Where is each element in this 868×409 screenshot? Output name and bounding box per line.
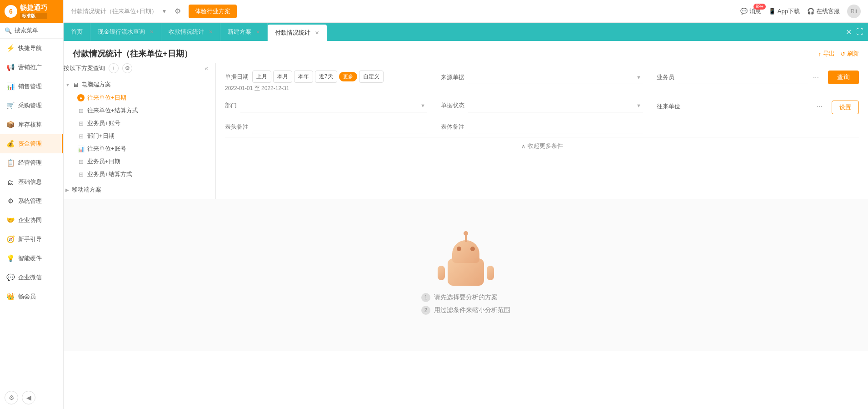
sidebar-item-hardware[interactable]: 💡智能硬件 [0, 249, 63, 268]
tab-receive[interactable]: 收款情况统计✕ [161, 23, 220, 41]
sidebar-item-sales[interactable]: 📊销售管理 [0, 77, 63, 96]
header-note-input[interactable] [252, 121, 427, 133]
logo-icon: 6 [5, 5, 17, 18]
body-note-input[interactable] [468, 121, 643, 133]
group-icon: 🖥 [73, 81, 79, 88]
date-btn-7days[interactable]: 近7天 [315, 71, 337, 83]
scheme-group-mobile-header[interactable]: ▶ 移动端方案 [64, 183, 208, 196]
sidebar-item-inventory[interactable]: 📦库存核算 [0, 115, 63, 134]
scheme-item-staff-date[interactable]: ⊞业务员+日期 [74, 155, 208, 168]
date-btn-more[interactable]: 更多 [339, 72, 357, 81]
scheme-settings-btn[interactable]: ⚙ [122, 63, 132, 73]
scheme-panel-label: 按以下方案查询 [64, 64, 105, 72]
scheme-add-btn[interactable]: + [109, 63, 119, 73]
scheme-item-unit-account[interactable]: 📊往来单位+账号 [74, 142, 208, 155]
doc-status-dropdown[interactable]: ▼ [468, 99, 643, 112]
date-btn-this-year[interactable]: 本年 [294, 71, 313, 83]
scheme-collapse-btn[interactable]: « [205, 65, 208, 72]
refresh-icon: ↺ [840, 50, 845, 57]
sidebar-item-system[interactable]: ⚙系统管理 [0, 192, 63, 211]
partner-more-icon[interactable]: ··· [815, 102, 824, 111]
topbar-avatar[interactable]: Rit [847, 5, 861, 18]
sidebar-item-operations[interactable]: 📋经营管理 [0, 153, 63, 172]
expand-btn[interactable]: ⛶ [856, 28, 863, 36]
filter-row-3-empty [657, 121, 859, 133]
scheme-group-desktop: ▼ 🖥 电脑端方案 ●往来单位+日期⊞往来单位+结算方式⊞业务员+账号⊞部门+日… [64, 78, 208, 181]
sales-label: 销售管理 [18, 82, 42, 91]
scheme-item-staff-account[interactable]: ⊞业务员+账号 [74, 117, 208, 130]
date-btn-custom[interactable]: 自定义 [359, 71, 384, 83]
avatar-text: Rit [851, 8, 858, 15]
robot-head [452, 240, 479, 263]
sidebar-settings-btn[interactable]: ⚙ [5, 391, 18, 404]
tab-payment[interactable]: 付款情况统计✕ [268, 25, 327, 41]
sidebar-item-enterprise[interactable]: 🤝企业协同 [0, 211, 63, 230]
tab-close-receive[interactable]: ✕ [209, 29, 213, 35]
doc-status-arrow: ▼ [636, 103, 641, 108]
topbar-msg[interactable]: 💬 消息 99+ [740, 7, 761, 15]
sidebar-collapse-btn[interactable]: ◀ [22, 391, 35, 404]
tab-close-new-scheme[interactable]: ✕ [256, 29, 260, 35]
query-btn[interactable]: 查询 [828, 71, 859, 84]
scheme-item-unit-date[interactable]: ●往来单位+日期 [74, 91, 208, 104]
sidebar-item-purchase[interactable]: 🛒采购管理 [0, 96, 63, 115]
robot-antenna-top [464, 231, 468, 236]
partner-filter-inner: 往来单位 ··· 设置 [657, 99, 859, 114]
dept-dropdown[interactable]: ▼ [240, 99, 427, 112]
topbar-app[interactable]: 📱 App下载 [768, 7, 800, 15]
scheme-item-staff-settle[interactable]: ⊞业务员+结算方式 [74, 168, 208, 181]
scheme-group-desktop-header[interactable]: ▼ 🖥 电脑端方案 [64, 78, 208, 91]
topbar-gear-btn[interactable]: ⚙ [171, 5, 184, 18]
tab-bank[interactable]: 现金银行流水查询✕ [90, 23, 161, 41]
trial-btn[interactable]: 体验行业方案 [189, 5, 237, 18]
close-all-btn[interactable]: ✕ [846, 28, 852, 36]
collapse-more-btn[interactable]: ∧ 收起更多条件 [225, 137, 859, 155]
staff-more-icon[interactable]: ··· [811, 73, 821, 81]
partner-dropdown[interactable] [684, 100, 811, 113]
scheme-items-desktop: ●往来单位+日期⊞往来单位+结算方式⊞业务员+账号⊞部门+日期📊往来单位+账号⊞… [64, 91, 208, 181]
scheme-item-dept-date[interactable]: ⊞部门+日期 [74, 130, 208, 142]
sidebar-item-member[interactable]: 👑畅会员 [0, 287, 63, 306]
settings-btn[interactable]: 设置 [832, 101, 859, 114]
sidebar-item-wechat[interactable]: 💬企业微信 [0, 268, 63, 287]
robot-eye-right [470, 247, 475, 251]
empty-hint-2: 2 用过滤条件来缩小分析范围 [421, 306, 510, 315]
hardware-label: 智能硬件 [18, 254, 42, 263]
tab-close-payment[interactable]: ✕ [315, 30, 319, 36]
tab-new-scheme[interactable]: 新建方案✕ [220, 23, 268, 41]
refresh-btn[interactable]: ↺ 刷新 [840, 50, 859, 58]
scheme-item-table-icon: ⊞ [77, 107, 85, 114]
scheme-item-unit-settle[interactable]: ⊞往来单位+结算方式 [74, 104, 208, 117]
hint-text-1: 请先选择要分析的方案 [434, 293, 498, 302]
sidebar: 6 畅捷通巧 标准版 🔍 搜索菜单 ⚡快捷导航📢营销推广📊销售管理🛒采购管理📦库… [0, 0, 64, 409]
date-btns: 上月 本月 本年 近7天 更多 自定义 [252, 71, 384, 83]
dept-label: 部门 [225, 101, 237, 110]
sidebar-item-quick-nav[interactable]: ⚡快捷导航 [0, 39, 63, 58]
scheme-item-label-dept-date: 部门+日期 [87, 132, 115, 140]
export-btn[interactable]: ↑ 导出 [818, 50, 835, 58]
staff-dropdown[interactable] [678, 71, 808, 84]
sidebar-search[interactable]: 🔍 搜索菜单 [0, 23, 63, 39]
partner-filter: 往来单位 ··· 设置 [657, 99, 859, 114]
scheme-panel-header: 按以下方案查询 + ⚙ « [64, 63, 208, 73]
source-dropdown[interactable]: ▼ [468, 71, 643, 84]
date-btn-last-month[interactable]: 上月 [252, 71, 271, 83]
filter-row-1: 单据日期 上月 本月 本年 近7天 更多 自定义 2022-01-01 至 20… [225, 71, 859, 92]
quick-nav-label: 快捷导航 [18, 44, 42, 52]
date-filter-top: 单据日期 上月 本月 本年 近7天 更多 自定义 [225, 71, 427, 83]
date-btn-this-month[interactable]: 本月 [273, 71, 292, 83]
sidebar-item-guide[interactable]: 🧭新手引导 [0, 230, 63, 249]
scheme-group-mobile: ▶ 移动端方案 [64, 183, 208, 196]
tab-home[interactable]: 首页 [64, 23, 90, 41]
doc-status-inner: 单据状态 ▼ [441, 99, 643, 112]
guide-label: 新手引导 [18, 235, 42, 243]
sidebar-item-capital[interactable]: 💰资金管理 [0, 134, 63, 153]
sidebar-item-marketing[interactable]: 📢营销推广 [0, 58, 63, 77]
tab-close-bank[interactable]: ✕ [150, 29, 154, 35]
sidebar-logo: 6 畅捷通巧 标准版 [0, 0, 63, 23]
topbar-service[interactable]: 🎧 在线客服 [807, 7, 840, 15]
logo-name: 畅捷通巧 [20, 4, 47, 12]
sidebar-item-basic-info[interactable]: 🗂基础信息 [0, 172, 63, 192]
msg-badge: 99+ [753, 4, 766, 10]
logo-text: 畅捷通巧 标准版 [20, 4, 47, 19]
